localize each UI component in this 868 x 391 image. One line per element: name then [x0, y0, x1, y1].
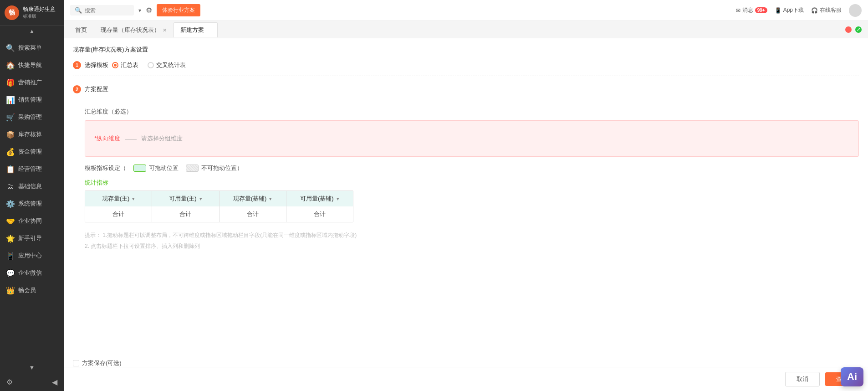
- sidebar-item-label: 搜索菜单: [18, 44, 42, 52]
- section1-title: 选择模板: [85, 61, 108, 69]
- sidebar-item-label: 库存核算: [18, 130, 42, 139]
- window-close-btn[interactable]: [845, 26, 852, 33]
- sidebar-item-label: 企业微信: [18, 269, 42, 277]
- stats-body-row: 合计 合计 合计 合计: [85, 206, 353, 222]
- col3-body-text: 合计: [314, 210, 326, 218]
- box-icon: 📦: [6, 130, 15, 139]
- search-input[interactable]: [85, 7, 121, 14]
- sidebar-item-search[interactable]: 🔍 搜索菜单: [0, 39, 64, 57]
- tip-text-1: 提示： 1.拖动标题栏可以调整布局，不可跨维度或指标区域拖动栏目字段(只能在同一…: [85, 230, 357, 241]
- sidebar-item-wechat[interactable]: 💬 企业微信: [0, 264, 64, 282]
- section2-num: 2: [73, 85, 81, 93]
- radio-crosstab-circle: [148, 62, 154, 68]
- collapse-icon[interactable]: ◀: [52, 378, 57, 386]
- tab-home-label: 首页: [75, 26, 87, 34]
- sidebar-item-marketing[interactable]: 🎁 营销推广: [0, 74, 64, 91]
- sidebar-item-inventory[interactable]: 📦 库存核算: [0, 126, 64, 143]
- topbar-right: ✉ 消息 99+ 📱 App下载 🎧 在线客服: [736, 4, 862, 17]
- online-service-label: 在线客服: [820, 6, 842, 14]
- col2-body-text: 合计: [247, 210, 259, 218]
- ai-badge[interactable]: Ai: [841, 367, 863, 386]
- sidebar-item-basic[interactable]: 🗂 基础信息: [0, 178, 64, 195]
- radio-summary[interactable]: 汇总表: [112, 61, 138, 69]
- save-checkbox[interactable]: [73, 360, 79, 366]
- dimension-area[interactable]: *纵向维度 —— 请选择分组维度: [85, 120, 859, 157]
- window-expand-btn[interactable]: ⤢: [855, 26, 862, 33]
- search-icon: 🔍: [75, 7, 82, 14]
- stats-col-header-2[interactable]: 现存量(基辅) ▾: [220, 191, 286, 206]
- tab-inventory-label: 现存量（库存状况表）: [101, 26, 160, 34]
- sidebar-item-label: 快捷导航: [18, 61, 42, 69]
- clipboard-icon: 📋: [6, 165, 15, 173]
- sidebar-item-finance[interactable]: 💰 资金管理: [0, 143, 64, 160]
- dropdown-arrow[interactable]: ▾: [138, 7, 141, 14]
- stats-col-header-3[interactable]: 可用量(基辅) ▾: [286, 191, 353, 206]
- sidebar-item-label: 畅会员: [18, 286, 36, 294]
- tab-new-close[interactable]: ✕: [207, 27, 211, 33]
- sidebar-item-sales[interactable]: 📊 销售管理: [0, 91, 64, 108]
- scroll-up-btn[interactable]: ▲: [0, 26, 64, 36]
- tab-inventory-close[interactable]: ✕: [163, 27, 167, 33]
- radio-crosstab-label: 交叉统计表: [156, 61, 186, 69]
- sidebar-item-cooperation[interactable]: 🤝 企业协同: [0, 212, 64, 230]
- sidebar-item-label: 系统管理: [18, 200, 42, 208]
- sidebar-item-purchase[interactable]: 🛒 采购管理: [0, 108, 64, 126]
- trial-button[interactable]: 体验行业方案: [157, 4, 200, 16]
- dimension-dash: ——: [125, 135, 137, 142]
- tip-text-2: 2. 点击标题栏下拉可设置排序、插入列和删除列: [85, 241, 200, 252]
- scroll-down-btn[interactable]: ▼: [0, 362, 64, 373]
- tab-new-schema[interactable]: 新建方案 ✕: [174, 22, 218, 37]
- col3-dropdown[interactable]: ▾: [337, 196, 339, 202]
- mobile-icon: 📱: [6, 252, 15, 260]
- col0-dropdown[interactable]: ▾: [132, 196, 135, 202]
- page-title: 现存量(库存状况表)方案设置: [73, 46, 859, 54]
- home-icon: 🏠: [6, 61, 15, 69]
- cancel-button[interactable]: 取消: [785, 372, 820, 386]
- col2-dropdown[interactable]: ▾: [269, 196, 272, 202]
- chart-icon: 📊: [6, 96, 15, 104]
- template-radio-group: 汇总表 交叉统计表: [112, 61, 186, 69]
- settings-icon[interactable]: ⚙: [6, 378, 13, 386]
- col1-dropdown[interactable]: ▾: [199, 196, 202, 202]
- save-option[interactable]: 方案保存(可选): [73, 359, 122, 367]
- messages-badge: 99+: [755, 7, 767, 13]
- messages-btn[interactable]: ✉ 消息 99+: [736, 6, 767, 14]
- sidebar-item-system[interactable]: ⚙️ 系统管理: [0, 195, 64, 212]
- tab-inventory-status[interactable]: 现存量（库存状况表） ✕: [94, 22, 174, 37]
- sidebar-item-operations[interactable]: 📋 经营管理: [0, 160, 64, 178]
- section-1: 1 选择模板 汇总表 交叉统计表: [73, 61, 859, 76]
- radio-crosstab[interactable]: 交叉统计表: [148, 61, 186, 69]
- stats-col-body-3: 合计: [286, 206, 353, 222]
- topbar-gear-icon[interactable]: ⚙: [146, 6, 152, 15]
- sidebar-item-member[interactable]: 👑 畅会员: [0, 282, 64, 299]
- stats-col-header-0[interactable]: 现存量(主) ▾: [85, 191, 152, 206]
- sidebar-item-label: 资金管理: [18, 148, 42, 156]
- footer-bar: 取消 查询: [64, 367, 868, 391]
- sidebar-item-newguide[interactable]: 🌟 新手引导: [0, 230, 64, 247]
- sidebar-item-apps[interactable]: 📱 应用中心: [0, 247, 64, 264]
- window-controls: ⤢: [845, 26, 863, 33]
- main-area: 🔍 ▾ ⚙ 体验行业方案 ✉ 消息 99+ 📱 App下载 🎧 在线客服: [64, 0, 868, 391]
- tab-home[interactable]: 首页: [68, 22, 94, 37]
- col1-body-text: 合计: [179, 210, 191, 218]
- radio-summary-circle: [112, 62, 118, 68]
- sidebar-item-label: 采购管理: [18, 113, 42, 121]
- col1-header-text: 可用量(主): [169, 195, 197, 203]
- stats-col-header-1[interactable]: 可用量(主) ▾: [152, 191, 219, 206]
- draggable-box: [133, 165, 146, 172]
- gear-icon: ⚙️: [6, 200, 15, 208]
- sidebar-item-shortcut[interactable]: 🏠 快捷导航: [0, 57, 64, 74]
- app-download-btn[interactable]: 📱 App下载: [775, 6, 804, 14]
- sidebar-item-label: 应用中心: [18, 252, 42, 260]
- app-name: 畅康通好生意: [23, 6, 56, 13]
- sidebar: 畅 畅康通好生意 标准版 ▲ 🔍 搜索菜单 🏠 快捷导航 🎁 营销推广 📊 销售…: [0, 0, 64, 391]
- dimension-field-label: 汇总维度（必选）: [85, 108, 859, 116]
- handshake-icon: 🤝: [6, 217, 15, 225]
- topbar-search-box[interactable]: 🔍: [70, 5, 134, 15]
- online-service-btn[interactable]: 🎧 在线客服: [811, 6, 842, 14]
- section1-header: 1 选择模板 汇总表 交叉统计表: [73, 61, 859, 69]
- col2-header-text: 现存量(基辅): [233, 195, 267, 203]
- indicator-prefix: 模板指标设定（: [85, 164, 126, 172]
- star-icon: 🌟: [6, 234, 15, 242]
- user-avatar[interactable]: [849, 4, 862, 17]
